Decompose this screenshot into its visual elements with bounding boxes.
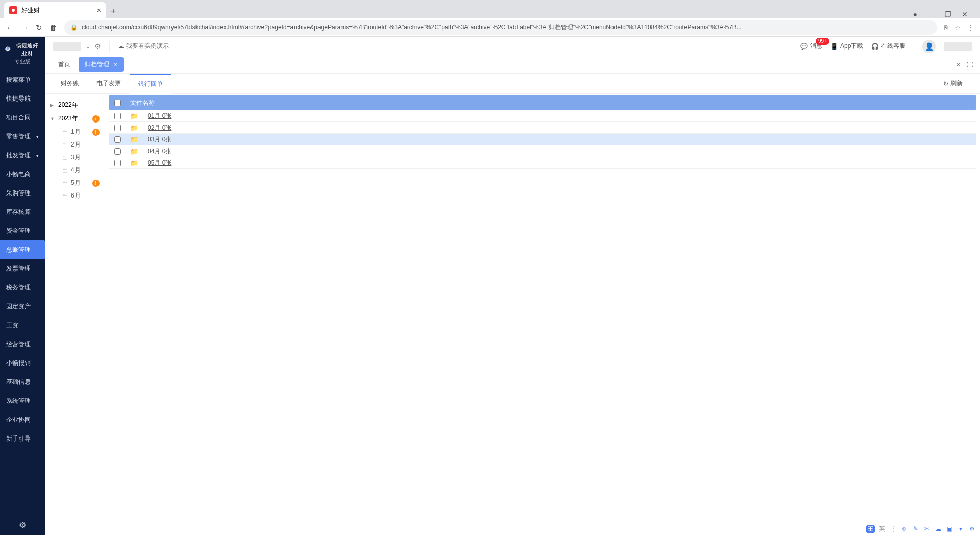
tray-separator: ⋮ — [889, 525, 897, 533]
close-all-tabs-icon[interactable]: ✕ — [955, 61, 961, 68]
lock-icon: 🔒 — [70, 24, 78, 31]
org-settings-icon[interactable]: ⚙ — [94, 42, 101, 51]
tree-month-6[interactable]: 🗀6月 — [45, 189, 105, 202]
tab-close-icon[interactable]: × — [97, 6, 101, 14]
file-row-checkbox[interactable] — [114, 160, 121, 166]
tree-month-1[interactable]: 🗀1月i — [45, 126, 105, 138]
tab-home[interactable]: 首页 — [52, 57, 77, 72]
sidebar-item-label: 企业协同 — [6, 416, 31, 424]
tray-cloud-icon[interactable]: ☁ — [934, 525, 942, 533]
new-tab-button[interactable]: + — [106, 4, 120, 18]
ime-indicator-1[interactable]: 王 — [866, 525, 875, 533]
demo-link[interactable]: ☁ 我要看实例演示 — [118, 42, 169, 51]
tab-archive[interactable]: 归档管理 × — [79, 57, 124, 72]
tray-cut-icon[interactable]: ✂ — [923, 525, 931, 533]
sidebar-item-19[interactable]: 新手引导 — [0, 429, 45, 448]
file-row-checkbox[interactable] — [114, 125, 121, 131]
install-app-icon[interactable]: ⎘ — [944, 24, 948, 31]
sidebar-item-8[interactable]: 资金管理 — [0, 222, 45, 240]
file-row[interactable]: 📁03月 0张 — [109, 134, 976, 145]
file-row[interactable]: 📁04月 0张 — [109, 145, 976, 157]
select-all-checkbox[interactable] — [114, 100, 121, 106]
folder-icon: 📁 — [130, 112, 138, 120]
messages-button[interactable]: 💬 消息 99+ — [800, 42, 822, 51]
refresh-button[interactable]: ↻ 刷新 — [943, 79, 973, 88]
file-row[interactable]: 📁02月 0张 — [109, 122, 976, 134]
tree-month-4[interactable]: 🗀4月 — [45, 164, 105, 177]
fullscreen-icon[interactable]: ⛶ — [967, 61, 973, 68]
tree-month-5[interactable]: 🗀5月i — [45, 177, 105, 189]
forward-button[interactable]: → — [21, 23, 29, 32]
sidebar-item-label: 工资 — [6, 321, 18, 330]
app-download-button[interactable]: 📱 App下载 — [830, 42, 863, 51]
file-row[interactable]: 📁05月 0张 — [109, 157, 976, 169]
minimize-icon[interactable]: — — [927, 10, 935, 18]
file-name-link[interactable]: 05月 0张 — [148, 159, 172, 167]
sidebar-item-13[interactable]: 工资 — [0, 316, 45, 335]
reload-button[interactable]: ↻ — [36, 23, 42, 32]
maximize-icon[interactable]: ❐ — [945, 10, 951, 18]
account-dot-icon[interactable]: ● — [913, 10, 917, 18]
tray-image-icon[interactable]: ▣ — [945, 525, 953, 533]
sidebar-item-6[interactable]: 采购管理 — [0, 184, 45, 203]
tree-year-2023[interactable]: ▼ 2023年 i — [45, 112, 105, 126]
browser-menu-icon[interactable]: ⋮ — [968, 24, 974, 31]
file-row-checkbox[interactable] — [114, 113, 121, 119]
delete-icon[interactable]: 🗑 — [50, 23, 57, 32]
close-window-icon[interactable]: ✕ — [962, 10, 968, 18]
file-name-link[interactable]: 02月 0张 — [148, 124, 172, 132]
sidebar-item-label: 搜索菜单 — [6, 76, 31, 84]
sidebar-item-label: 项目合同 — [6, 113, 31, 122]
tray-edit-icon[interactable]: ✎ — [912, 525, 920, 533]
sidebar-item-7[interactable]: 库存核算 — [0, 203, 45, 222]
file-name-link[interactable]: 04月 0张 — [148, 147, 172, 156]
subtab-bank[interactable]: 银行回单 — [130, 74, 172, 94]
sidebar-item-4[interactable]: 批发管理▾ — [0, 146, 45, 165]
subtab-einvoice[interactable]: 电子发票 — [88, 74, 130, 93]
sidebar-item-15[interactable]: 小畅报销 — [0, 354, 45, 373]
tree-month-label: 6月 — [71, 191, 81, 200]
browser-tab[interactable]: 好业财 × — [4, 2, 106, 18]
tree-month-3[interactable]: 🗀3月 — [45, 151, 105, 164]
sidebar-item-0[interactable]: 搜索菜单 — [0, 70, 45, 89]
file-header-label: 文件名称 — [130, 99, 155, 107]
file-row-checkbox[interactable] — [114, 136, 121, 143]
tree-panel: ▶ 2022年 ▼ 2023年 i 🗀1月i🗀2月🗀3月🗀4月🗀5月i🗀6月 — [45, 94, 105, 535]
sidebar-item-10[interactable]: 发票管理 — [0, 259, 45, 278]
tree-year-2022[interactable]: ▶ 2022年 — [45, 98, 105, 112]
file-name-link[interactable]: 01月 0张 — [148, 112, 172, 120]
sidebar-item-label: 零售管理 — [6, 132, 31, 141]
sidebar-item-18[interactable]: 企业协同 — [0, 410, 45, 429]
tray-smile-icon[interactable]: ☺ — [900, 525, 909, 533]
online-service-label: 在线客服 — [881, 42, 905, 51]
subtab-finance[interactable]: 财务账 — [52, 74, 88, 93]
file-name-link[interactable]: 03月 0张 — [148, 135, 172, 144]
app-root: 畅捷通好业财 专业版 搜索菜单快捷导航项目合同零售管理▾批发管理▾小畅电商采购管… — [0, 37, 980, 535]
online-service-button[interactable]: 🎧 在线客服 — [871, 42, 905, 51]
tree-month-2[interactable]: 🗀2月 — [45, 138, 105, 151]
sidebar-item-5[interactable]: 小畅电商 — [0, 165, 45, 184]
file-row[interactable]: 📁01月 0张 — [109, 110, 976, 122]
ime-indicator-2[interactable]: 英 — [878, 525, 886, 533]
bookmark-star-icon[interactable]: ☆ — [955, 24, 961, 31]
tray-down-icon[interactable]: ▾ — [957, 525, 965, 533]
tab-close-icon[interactable]: × — [114, 61, 117, 67]
sidebar-item-3[interactable]: 零售管理▾ — [0, 127, 45, 146]
sidebar-item-2[interactable]: 项目合同 — [0, 108, 45, 127]
org-selector[interactable]: ⌄ ⚙ — [53, 42, 101, 51]
sidebar-item-9[interactable]: 总账管理 — [0, 240, 45, 259]
sidebar-item-label: 批发管理 — [6, 151, 31, 160]
sidebar-item-17[interactable]: 系统管理 — [0, 392, 45, 410]
sidebar-item-16[interactable]: 基础信息 — [0, 373, 45, 392]
back-button[interactable]: ← — [6, 23, 14, 32]
sidebar-item-12[interactable]: 固定资产 — [0, 297, 45, 316]
url-field[interactable]: 🔒 cloud.chanjet.com/cc/u6d89qwnryel/57bf… — [64, 20, 937, 35]
sidebar-item-1[interactable]: 快捷导航 — [0, 89, 45, 108]
tray-gear-icon[interactable]: ⚙ — [968, 525, 976, 533]
sidebar-settings-icon[interactable]: ⚙ — [0, 515, 45, 535]
caret-down-icon: ▼ — [50, 116, 55, 121]
file-row-checkbox[interactable] — [114, 148, 121, 155]
avatar[interactable]: 👤 — [922, 40, 936, 53]
sidebar-item-11[interactable]: 税务管理 — [0, 278, 45, 297]
sidebar-item-14[interactable]: 经营管理 — [0, 335, 45, 354]
